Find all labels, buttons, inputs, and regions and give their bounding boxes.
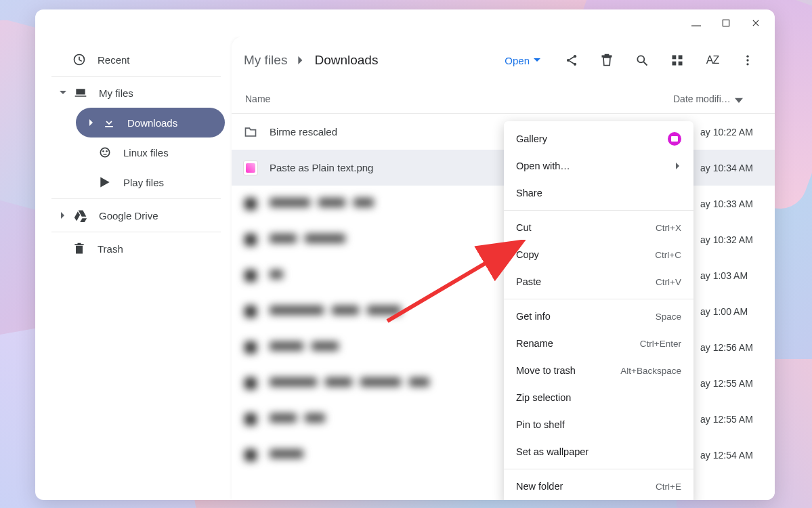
- trash-icon: [72, 242, 87, 255]
- column-date[interactable]: Date modifi…: [673, 93, 775, 104]
- sidebar-item-label: Google Drive: [99, 210, 158, 221]
- list-header: Name Date modifi…: [232, 84, 775, 114]
- menu-item-copy[interactable]: CopyCtrl+C: [504, 241, 693, 268]
- menu-item-label: Copy: [516, 249, 655, 260]
- main-panel: My files Downloads Open AZ: [232, 37, 775, 500]
- file-date: ay 10:22 AM: [700, 127, 775, 137]
- share-button[interactable]: [557, 45, 586, 75]
- svg-point-4: [106, 150, 108, 152]
- drive-icon: [73, 209, 88, 222]
- open-label: Open: [505, 55, 530, 66]
- menu-item-gallery[interactable]: Gallery: [504, 125, 693, 152]
- breadcrumb-root[interactable]: My files: [244, 53, 287, 68]
- svg-point-8: [637, 56, 644, 62]
- clock-icon: [72, 53, 87, 66]
- file-date: ay 10:33 AM: [700, 198, 775, 209]
- menu-shortcut: Ctrl+X: [656, 223, 681, 233]
- svg-point-15: [746, 63, 748, 65]
- file-icon: [232, 305, 270, 318]
- sidebar-item-recent[interactable]: Recent: [62, 45, 225, 75]
- svg-point-3: [102, 150, 104, 152]
- menu-item-label: Paste: [516, 276, 656, 287]
- menu-item-label: Zip selection: [516, 392, 681, 403]
- sidebar-item-label: Downloads: [127, 117, 177, 129]
- menu-item-cut[interactable]: CutCtrl+X: [504, 214, 693, 241]
- sort-button[interactable]: AZ: [698, 45, 727, 75]
- open-button[interactable]: Open: [499, 51, 546, 70]
- menu-item-label: Move to trash: [516, 365, 620, 376]
- search-button[interactable]: [627, 45, 657, 75]
- sidebar: Recent My files Downloads Linux files Pl…: [35, 37, 232, 500]
- context-menu: GalleryOpen with…ShareCutCtrl+XCopyCtrl+…: [504, 121, 693, 500]
- menu-item-label: Share: [516, 188, 681, 198]
- menu-item-pin-to-shelf[interactable]: Pin to shelf: [504, 411, 693, 438]
- svg-point-2: [100, 148, 109, 156]
- svg-rect-1: [723, 20, 729, 26]
- sidebar-item-linux[interactable]: Linux files: [88, 137, 225, 167]
- minimize-button[interactable]: [683, 12, 710, 34]
- play-icon: [98, 175, 112, 189]
- sidebar-item-myfiles[interactable]: My files: [47, 78, 225, 108]
- menu-item-zip-selection[interactable]: Zip selection: [504, 384, 693, 411]
- sidebar-item-label: Play files: [123, 177, 164, 188]
- menu-shortcut: Ctrl+C: [655, 250, 681, 260]
- delete-button[interactable]: [592, 45, 622, 75]
- menu-item-label: Rename: [516, 338, 640, 349]
- menu-item-paste[interactable]: PasteCtrl+V: [504, 268, 693, 295]
- more-button[interactable]: [733, 45, 763, 75]
- file-date: ay 12:56 AM: [700, 342, 775, 353]
- svg-rect-9: [672, 56, 677, 60]
- titlebar: [35, 9, 775, 37]
- breadcrumb-current[interactable]: Downloads: [314, 53, 378, 68]
- file-icon: [232, 377, 270, 389]
- sidebar-item-gdrive[interactable]: Google Drive: [47, 200, 225, 230]
- maximize-button[interactable]: [712, 12, 740, 34]
- file-icon: [232, 198, 270, 210]
- svg-rect-0: [691, 26, 701, 26]
- toolbar: My files Downloads Open AZ: [232, 37, 775, 84]
- linux-icon: [98, 146, 112, 159]
- breadcrumb: My files Downloads: [244, 53, 378, 68]
- sidebar-item-downloads[interactable]: Downloads: [76, 108, 225, 137]
- menu-shortcut: Ctrl+E: [656, 482, 681, 492]
- dropdown-icon: [534, 57, 540, 64]
- files-app-window: Recent My files Downloads Linux files Pl…: [35, 9, 775, 500]
- menu-shortcut: Space: [656, 312, 681, 322]
- column-date-label: Date modifi…: [673, 93, 731, 104]
- download-icon: [102, 116, 116, 129]
- svg-point-13: [746, 56, 748, 58]
- chevron-right-icon: [297, 56, 305, 64]
- file-date: ay 10:32 AM: [700, 234, 775, 245]
- file-date: ay 1:00 AM: [700, 306, 775, 317]
- gallery-icon: [668, 132, 681, 146]
- menu-item-set-as-wallpaper[interactable]: Set as wallpaper: [504, 438, 693, 465]
- menu-item-label: New folder: [516, 481, 656, 492]
- menu-item-open-with[interactable]: Open with…: [504, 152, 693, 179]
- file-date: ay 12:55 AM: [700, 414, 775, 425]
- view-grid-button[interactable]: [662, 45, 692, 75]
- menu-item-move-to-trash[interactable]: Move to trashAlt+Backspace: [504, 357, 693, 384]
- file-icon: [232, 270, 270, 282]
- chevron-right-icon: [675, 163, 681, 169]
- menu-item-get-info[interactable]: Get infoSpace: [504, 303, 693, 330]
- menu-item-label: Gallery: [516, 133, 668, 144]
- menu-item-rename[interactable]: RenameCtrl+Enter: [504, 330, 693, 357]
- menu-item-label: Set as wallpaper: [516, 446, 681, 457]
- menu-item-new-folder[interactable]: New folderCtrl+E: [504, 473, 693, 500]
- file-date: ay 10:34 AM: [700, 163, 775, 173]
- image-thumbnail: [232, 161, 270, 175]
- menu-item-share[interactable]: Share: [504, 179, 693, 207]
- svg-rect-12: [679, 62, 683, 66]
- column-name[interactable]: Name: [232, 93, 673, 104]
- file-icon: [232, 341, 270, 354]
- svg-rect-11: [672, 62, 677, 66]
- menu-item-label: Get info: [516, 311, 656, 322]
- file-date: ay 12:55 AM: [700, 378, 775, 389]
- sidebar-item-label: Recent: [98, 54, 130, 66]
- menu-item-label: Open with…: [516, 161, 675, 171]
- close-button[interactable]: [742, 12, 769, 34]
- sidebar-item-trash[interactable]: Trash: [62, 234, 225, 263]
- sidebar-item-play[interactable]: Play files: [88, 167, 225, 197]
- sidebar-item-label: Trash: [98, 243, 123, 255]
- file-icon: [232, 449, 270, 461]
